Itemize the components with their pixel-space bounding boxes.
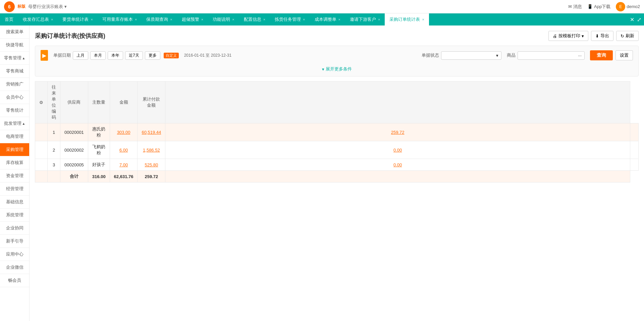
sidebar-item-企业微信[interactable]: 企业微信 — [0, 261, 29, 274]
tab-close-icon[interactable]: × — [91, 17, 93, 21]
main-layout: 搜索菜单快捷导航零售管理 ▲零售商城营销推广会员中心零售统计批发管理 ▲电商管理… — [0, 25, 644, 321]
print-button[interactable]: 🖨 按模板打印 ▾ — [548, 31, 588, 41]
row-amount[interactable]: 60,519.44 — [138, 123, 165, 141]
sidebar-item-零售统计[interactable]: 零售统计 — [0, 104, 29, 117]
row-paid[interactable]: 259.72 — [165, 123, 630, 141]
nav-tab-配置信息[interactable]: 配置信息× — [239, 13, 270, 25]
row-paid[interactable]: 0.00 — [165, 141, 630, 159]
custom-date-tag: 自定义 — [164, 53, 179, 58]
nav-tab-邀请下游客户[interactable]: 邀请下游客户× — [345, 13, 385, 25]
nav-close-window[interactable]: ✕ — [630, 16, 634, 23]
tab-close-icon[interactable]: × — [378, 17, 380, 21]
tab-close-icon[interactable]: × — [232, 17, 234, 21]
row-paid[interactable]: 0.00 — [165, 159, 630, 171]
tab-close-icon[interactable]: × — [422, 17, 424, 21]
nav-tab-要货单统计表[interactable]: 要货单统计表× — [58, 13, 97, 25]
collapse-button[interactable]: ▶ — [41, 50, 48, 61]
nav-tab-可用量库存账本[interactable]: 可用量库存账本× — [98, 13, 142, 25]
date-btn-this-month[interactable]: 本月 — [90, 51, 106, 60]
col-supplier: 供应商 — [60, 82, 88, 123]
date-btn-last-month[interactable]: 上月 — [73, 51, 88, 60]
expand-conditions-btn[interactable]: ▾ 展开更多条件 — [322, 66, 352, 72]
sidebar-item-会员中心[interactable]: 会员中心 — [0, 91, 29, 104]
export-label: 导出 — [600, 33, 609, 39]
sidebar-item-电商管理[interactable]: 电商管理 — [0, 130, 29, 143]
col-extra — [165, 82, 630, 123]
nav-tab-收发存汇总表[interactable]: 收发存汇总表× — [18, 13, 58, 25]
sidebar-item-新手引导[interactable]: 新手引导 — [0, 235, 29, 248]
logo-text: 标版 — [17, 4, 25, 9]
sidebar-item-应用中心[interactable]: 应用中心 — [0, 248, 29, 261]
nav-maximize[interactable]: ⤢ — [637, 16, 641, 23]
col-settings[interactable]: ⚙ — [35, 82, 48, 123]
user-info[interactable]: E demo2 — [616, 2, 640, 11]
nav-tab-首页[interactable]: 首页 — [0, 13, 18, 25]
sidebar-item-零售管理[interactable]: 零售管理 ▲ — [0, 52, 29, 65]
date-btn-more[interactable]: 更多 — [145, 51, 160, 60]
nav-tab-采购订单统计表[interactable]: 采购订单统计表× — [385, 13, 429, 25]
nav-tab-成本调整单[interactable]: 成本调整单× — [310, 13, 345, 25]
workspace-label: 母婴行业演示账表 — [28, 4, 63, 10]
page-title-bar: 采购订单统计表(按供应商) 🖨 按模板打印 ▾ ⬇ 导出 ↻ 刷新 — [35, 31, 639, 41]
sidebar-item-资金管理[interactable]: 资金管理 — [0, 169, 29, 182]
filter-actions: 查询 设置 — [590, 50, 633, 60]
row-code: 00020002 — [60, 141, 88, 159]
row-amount[interactable]: 525.80 — [138, 159, 165, 171]
row-qty[interactable]: 303.00 — [110, 123, 138, 141]
sidebar-item-搜索菜单[interactable]: 搜索菜单 — [0, 25, 29, 39]
row-code: 00020005 — [60, 159, 88, 171]
sidebar-item-基础信息[interactable]: 基础信息 — [0, 196, 29, 209]
refresh-button[interactable]: ↻ 刷新 — [616, 31, 639, 41]
nav-tab-功能说明[interactable]: 功能说明× — [208, 13, 239, 25]
tab-close-icon[interactable]: × — [263, 17, 265, 21]
nav-tab-保质期查询[interactable]: 保质期查询× — [142, 13, 177, 25]
sidebar-item-企业协同[interactable]: 企业协同 — [0, 222, 29, 235]
filter-area: ▶ 单据日期 上月 本月 本年 近7天 更多 自定义 2016-0 — [35, 46, 639, 76]
sidebar: 搜索菜单快捷导航零售管理 ▲零售商城营销推广会员中心零售统计批发管理 ▲电商管理… — [0, 25, 30, 321]
message-btn[interactable]: ✉ 消息 — [568, 4, 582, 10]
tab-close-icon[interactable]: × — [135, 17, 137, 21]
row-qty[interactable]: 6.00 — [110, 141, 138, 159]
query-button[interactable]: 查询 — [590, 50, 613, 60]
sidebar-item-畅会员[interactable]: 畅会员 — [0, 274, 29, 287]
sidebar-item-库存核算[interactable]: 库存核算 — [0, 156, 29, 169]
date-btn-7days[interactable]: 近7天 — [125, 51, 143, 60]
print-arrow-icon: ▾ — [582, 34, 584, 39]
tab-close-icon[interactable]: × — [303, 17, 305, 21]
nav-tab-拣货任务管理[interactable]: 拣货任务管理× — [270, 13, 310, 25]
workspace-selector[interactable]: 母婴行业演示账表 ▾ — [28, 4, 67, 10]
nav-tab-超储预警[interactable]: 超储预警× — [177, 13, 208, 25]
goods-ellipsis: ··· — [578, 53, 582, 58]
col-code: 往来单位编码 — [48, 82, 60, 123]
sidebar-item-系统管理[interactable]: 系统管理 — [0, 209, 29, 222]
sidebar-item-零售商城[interactable]: 零售商城 — [0, 65, 29, 78]
goods-select[interactable]: ··· — [518, 51, 585, 60]
settings-button[interactable]: 设置 — [615, 50, 633, 60]
date-toggle: 上月 本月 本年 近7天 更多 自定义 — [73, 51, 179, 60]
sidebar-item-营销推广[interactable]: 营销推广 — [0, 78, 29, 91]
tab-close-icon[interactable]: × — [201, 17, 203, 21]
sidebar-item-经营管理[interactable]: 经营管理 — [0, 182, 29, 196]
sidebar-item-批发管理[interactable]: 批发管理 ▲ — [0, 117, 29, 130]
tab-close-icon[interactable]: × — [338, 17, 340, 21]
footer-empty-1 — [35, 171, 48, 182]
goods-label: 商品 — [507, 52, 516, 58]
row-amount[interactable]: 1,586.52 — [138, 141, 165, 159]
row-extra — [630, 123, 639, 141]
date-btn-this-year[interactable]: 本年 — [108, 51, 123, 60]
top-right: ✉ 消息 📱 App下载 E demo2 — [568, 2, 640, 11]
tab-close-icon[interactable]: × — [170, 17, 172, 21]
message-label: 消息 — [573, 4, 582, 10]
sidebar-item-采购管理[interactable]: 采购管理 — [0, 143, 29, 156]
row-qty[interactable]: 7.00 — [110, 159, 138, 171]
table-footer-row: 合计 316.00 62,631.76 259.72 — [35, 171, 639, 182]
app-download-btn[interactable]: 📱 App下载 — [587, 4, 610, 10]
export-button[interactable]: ⬇ 导出 — [591, 31, 613, 41]
sidebar-item-快捷导航[interactable]: 快捷导航 — [0, 39, 29, 52]
footer-label — [48, 171, 60, 182]
date-filter-label: 单据日期 — [53, 52, 71, 58]
tab-close-icon[interactable]: × — [51, 17, 53, 21]
row-supplier: 好孩子 — [88, 159, 110, 171]
status-filter: 单据状态 ▾ — [422, 51, 501, 60]
status-select[interactable]: ▾ — [441, 51, 501, 60]
